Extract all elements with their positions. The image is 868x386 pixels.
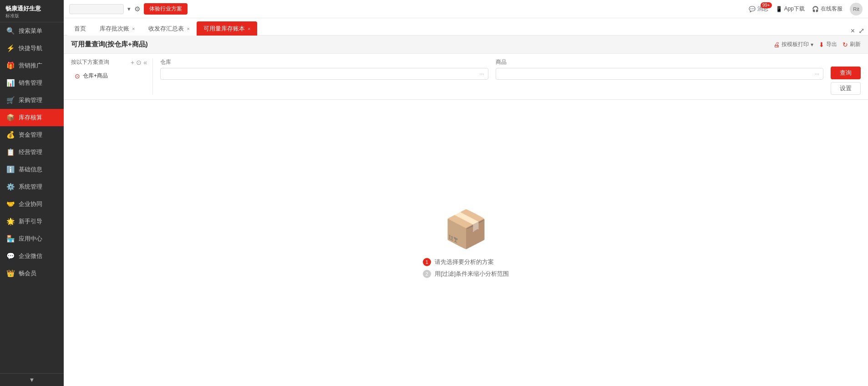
tab-close-inventory-batch[interactable]: × xyxy=(132,26,135,31)
sidebar-label-basic-info: 基础信息 xyxy=(19,165,42,174)
refresh-label: 刷新 xyxy=(850,41,861,48)
sidebar-label-app-center: 应用中心 xyxy=(19,235,42,243)
tip-num-2: 2 xyxy=(423,270,431,278)
topbar-dropdown-btn[interactable]: ▾ xyxy=(127,5,131,12)
product-input[interactable]: ··· xyxy=(496,68,824,80)
online-service-btn[interactable]: 🎧 在线客服 xyxy=(812,5,843,13)
sidebar-item-purchase[interactable]: 🛒 采购管理 xyxy=(0,92,64,109)
sidebar-label-purchase: 采购管理 xyxy=(19,96,42,104)
sidebar-item-member[interactable]: 👑 畅会员 xyxy=(0,265,64,282)
app-icon: 📱 xyxy=(776,6,782,12)
sidebar-item-sales[interactable]: 📊 销售管理 xyxy=(0,74,64,92)
sidebar-scroll-down[interactable]: ▼ xyxy=(0,373,64,386)
sidebar-icon-finance: 💰 xyxy=(6,131,15,139)
filter-fields: 仓库 ··· 商品 ··· 查询 设置 xyxy=(160,58,861,95)
export-icon: ⬇ xyxy=(819,41,824,48)
topbar-search-input[interactable] xyxy=(69,4,124,14)
sidebar-item-operations[interactable]: 📋 经营管理 xyxy=(0,144,64,161)
sidebar-icon-sales: 📊 xyxy=(6,79,15,87)
query-btn[interactable]: 查询 xyxy=(831,67,861,79)
print-dropdown-icon: ▾ xyxy=(811,41,813,48)
sidebar-label-inventory: 库存核算 xyxy=(19,113,42,122)
tab-available-qty[interactable]: 可用量库存账本× xyxy=(197,21,257,36)
tabs-close-btn[interactable]: × xyxy=(851,27,855,35)
scheme-collapse-btn[interactable]: « xyxy=(143,59,147,66)
page-header: 可用量查询(按仓库+商品) 🖨 按模板打印 ▾ ⬇ 导出 ↻ 刷新 xyxy=(64,36,868,54)
message-icon: 💬 xyxy=(749,6,756,12)
tabs-expand-btn[interactable]: ⤢ xyxy=(858,26,864,35)
empty-tip-2: 2 用[过滤]条件来缩小分析范围 xyxy=(423,270,509,278)
message-btn[interactable]: 💬 消息 99+ xyxy=(749,5,768,13)
sidebar-item-weixin[interactable]: 💬 企业微信 xyxy=(0,247,64,265)
page-header-actions: 🖨 按模板打印 ▾ ⬇ 导出 ↻ 刷新 xyxy=(773,41,861,48)
sidebar-icon-basic-info: ℹ️ xyxy=(6,165,15,174)
sidebar-item-basic-info[interactable]: ℹ️ 基础信息 xyxy=(0,161,64,178)
sidebar-icon-member: 👑 xyxy=(6,269,15,278)
sidebar-item-enterprise[interactable]: 🤝 企业协同 xyxy=(0,196,64,213)
experience-btn[interactable]: 体验行业方案 xyxy=(144,3,188,15)
sidebar-item-finance[interactable]: 💰 资金管理 xyxy=(0,126,64,144)
sidebar-item-system[interactable]: ⚙️ 系统管理 xyxy=(0,178,64,196)
warehouse-field: 仓库 ··· xyxy=(160,58,488,80)
sidebar-item-quick-nav[interactable]: ⚡ 快捷导航 xyxy=(0,40,64,57)
service-icon: 🎧 xyxy=(812,6,819,12)
tab-home[interactable]: 首页 xyxy=(67,21,93,36)
topbar-gear-icon[interactable]: ⚙ xyxy=(134,5,140,13)
product-more-icon: ··· xyxy=(815,71,819,77)
tab-label-receipt-summary: 收发存汇总表 xyxy=(148,25,184,33)
filter-actions: 查询 设置 xyxy=(831,58,861,95)
sidebar-icon-quick-nav: ⚡ xyxy=(6,44,15,52)
tabs-actions: × ⤢ xyxy=(851,26,864,35)
logo-title: 畅康通好生意 xyxy=(5,5,58,13)
filter-scheme-header: 按以下方案查询 + ⊙ « xyxy=(71,58,147,66)
sidebar-item-marketing[interactable]: 🎁 营销推广 xyxy=(0,57,64,74)
sidebar-label-system: 系统管理 xyxy=(19,183,42,191)
tab-label-inventory-batch: 库存批次账 xyxy=(100,25,129,33)
filter-scheme-panel: 按以下方案查询 + ⊙ « ⊙ 仓库+商品 xyxy=(71,58,153,95)
tip-text-1: 请先选择要分析的方案 xyxy=(435,258,494,266)
empty-tip-1: 1 请先选择要分析的方案 xyxy=(423,258,509,266)
refresh-icon: ↻ xyxy=(843,41,848,48)
sidebar-label-finance: 资金管理 xyxy=(19,131,42,139)
filter-area: 按以下方案查询 + ⊙ « ⊙ 仓库+商品 仓库 · xyxy=(64,54,868,100)
export-btn[interactable]: ⬇ 导出 xyxy=(819,41,837,48)
scheme-settings-btn[interactable]: ⊙ xyxy=(136,59,142,66)
user-avatar[interactable]: Rit xyxy=(850,3,863,15)
empty-illustration: 📦 xyxy=(443,208,489,251)
export-label: 导出 xyxy=(826,41,837,48)
sidebar-label-weixin: 企业微信 xyxy=(19,252,42,260)
sidebar-item-search[interactable]: 🔍 搜索菜单 xyxy=(0,22,64,40)
sidebar-icon-search: 🔍 xyxy=(6,27,15,35)
warehouse-input[interactable]: ··· xyxy=(160,68,488,80)
sidebar-icon-newbie: 🌟 xyxy=(6,217,15,226)
app-download-btn[interactable]: 📱 App下载 xyxy=(776,5,805,13)
sidebar-item-newbie[interactable]: 🌟 新手引导 xyxy=(0,213,64,230)
topbar-right: 💬 消息 99+ 📱 App下载 🎧 在线客服 Rit xyxy=(749,3,863,15)
warehouse-label: 仓库 xyxy=(160,58,488,66)
tab-receipt-summary[interactable]: 收发存汇总表× xyxy=(142,21,196,36)
tab-close-available-qty[interactable]: × xyxy=(248,26,250,31)
tab-close-receipt-summary[interactable]: × xyxy=(187,26,189,31)
tab-inventory-batch[interactable]: 库存批次账× xyxy=(93,21,142,36)
tip-num-1: 1 xyxy=(423,258,431,266)
print-icon: 🖨 xyxy=(773,41,780,48)
sidebar: 畅康通好生意 标准版 🔍 搜索菜单 ⚡ 快捷导航 🎁 营销推广 📊 销售管理 🛒… xyxy=(0,0,64,386)
sidebar-label-sales: 销售管理 xyxy=(19,79,42,87)
sidebar-label-operations: 经营管理 xyxy=(19,148,42,156)
filter-scheme-actions: + ⊙ « xyxy=(131,59,147,66)
refresh-btn[interactable]: ↻ 刷新 xyxy=(843,41,861,48)
sidebar-item-inventory[interactable]: 📦 库存核算 xyxy=(0,109,64,126)
sidebar-item-app-center[interactable]: 🏪 应用中心 xyxy=(0,230,64,247)
sidebar-label-quick-nav: 快捷导航 xyxy=(19,44,42,52)
print-template-btn[interactable]: 🖨 按模板打印 ▾ xyxy=(773,41,813,48)
tab-label-available-qty: 可用量库存账本 xyxy=(203,25,245,33)
sidebar-label-search: 搜索菜单 xyxy=(19,27,42,35)
product-label: 商品 xyxy=(496,58,824,66)
warehouse-more-icon: ··· xyxy=(479,71,484,77)
print-label: 按模板打印 xyxy=(782,41,809,48)
add-scheme-btn[interactable]: + xyxy=(131,59,134,66)
scheme-warehouse-product[interactable]: ⊙ 仓库+商品 xyxy=(71,70,147,82)
filter-settings-btn[interactable]: 设置 xyxy=(831,82,861,95)
empty-tips: 1 请先选择要分析的方案 2 用[过滤]条件来缩小分析范围 xyxy=(423,258,509,278)
filter-scheme-title: 按以下方案查询 xyxy=(71,58,109,66)
